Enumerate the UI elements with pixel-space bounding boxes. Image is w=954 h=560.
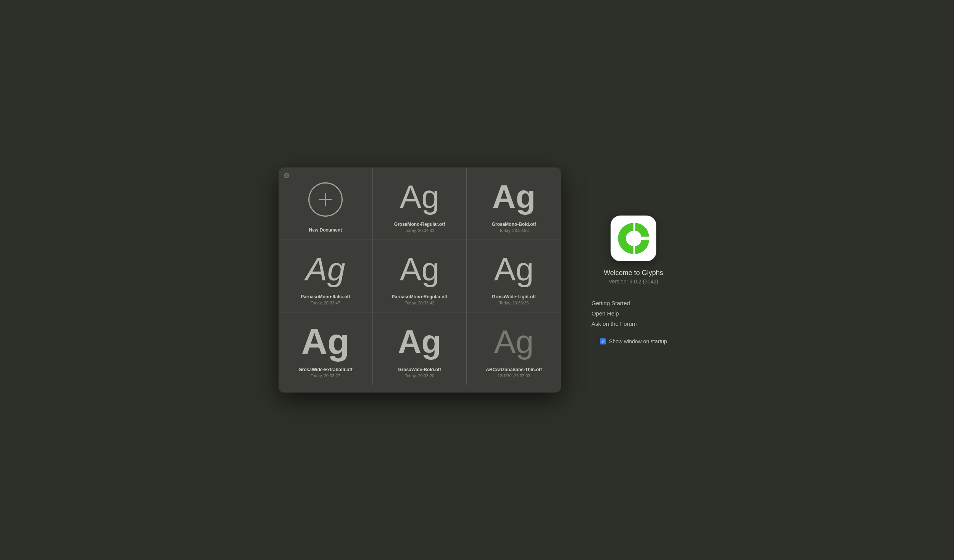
show-on-startup-checkbox[interactable]: ✓: [600, 338, 606, 344]
welcome-title: Welcome to Glyphs: [604, 269, 663, 277]
new-document-label: New Document: [309, 227, 342, 233]
checkmark-icon: ✓: [601, 339, 605, 344]
file-name: ParnasoMono-Italic.otf: [301, 294, 350, 299]
file-cell-grosa-wide-bold[interactable]: Ag GrosaWide-Bold.otf Today, 20:33:20: [373, 312, 467, 385]
recent-files-grid: New Document Ag GrosaMono-Regular.otf To…: [279, 167, 561, 385]
ag-preview: Ag: [306, 253, 345, 285]
file-preview: Ag: [471, 175, 557, 218]
new-document-icon: [308, 182, 343, 217]
ag-preview: Ag: [398, 325, 441, 358]
file-preview: Ag: [377, 248, 463, 290]
new-document-cell[interactable]: New Document: [279, 167, 373, 240]
ag-preview: Ag: [301, 323, 350, 360]
file-name: GrosaWide-Light.otf: [492, 294, 536, 299]
welcome-dialog: New Document Ag GrosaMono-Regular.otf To…: [279, 167, 561, 393]
ag-preview: Ag: [492, 180, 535, 213]
file-name: GrosaWide-Bold.otf: [398, 367, 441, 372]
app-icon-proper: [611, 216, 656, 261]
ag-preview: Ag: [400, 180, 440, 213]
file-preview: Ag: [282, 248, 369, 290]
file-cell-grosa-wide-light[interactable]: Ag GrosaWide-Light.otf Today, 20:33:33: [467, 240, 561, 312]
ag-preview: Ag: [494, 325, 534, 358]
file-preview: Ag: [471, 248, 557, 290]
ask-forum-link[interactable]: Ask on the Forum: [591, 320, 675, 327]
file-date: Today, 20:33:33: [499, 301, 529, 305]
file-cell-abc-arizona-sans-thin[interactable]: Ag ABCArizonaSans-Thin.otf 12/1/20, 21:3…: [467, 312, 561, 385]
file-name: GrosaWide-Extrabold.otf: [298, 367, 352, 372]
open-help-link[interactable]: Open Help: [591, 310, 675, 317]
file-date: 12/1/20, 21:37:03: [498, 373, 530, 378]
file-preview: Ag: [282, 320, 369, 363]
ag-preview: Ag: [400, 253, 440, 285]
file-preview: Ag: [377, 175, 463, 218]
file-name: GrosaMono-Bold.otf: [492, 222, 536, 227]
file-name: ABCArizonaSans-Thin.otf: [486, 367, 542, 372]
screen-center: New Document Ag GrosaMono-Regular.otf To…: [279, 167, 675, 393]
file-date: Today, 20:33:27: [311, 373, 340, 378]
file-name: ParnasoMono-Regular.otf: [392, 294, 447, 299]
file-date: Today, 20:33:42: [405, 301, 434, 305]
file-cell-parnaso-mono-italic[interactable]: Ag ParnasoMono-Italic.otf Today, 20:33:4…: [279, 240, 373, 312]
show-on-startup-label[interactable]: Show window on startup: [609, 338, 667, 344]
file-date: Today, 20:33:20: [405, 373, 434, 378]
file-preview: Ag: [471, 320, 557, 363]
new-document-preview: [282, 175, 369, 224]
file-preview: Ag: [377, 320, 463, 363]
right-panel: Welcome to Glyphs Version: 3.0.2 (3042) …: [591, 216, 675, 344]
show-on-startup-row[interactable]: ✓ Show window on startup: [600, 338, 667, 344]
file-cell-grosa-mono-regular[interactable]: Ag GrosaMono-Regular.otf Today, 20:34:01: [373, 167, 467, 240]
file-date: Today, 20:33:47: [311, 301, 340, 305]
file-date: Today, 20:34:01: [405, 228, 434, 233]
file-name: GrosaMono-Regular.otf: [394, 222, 445, 227]
file-cell-grosa-mono-bold[interactable]: Ag GrosaMono-Bold.otf Today, 20:33:56: [467, 167, 561, 240]
file-date: Today, 20:33:56: [499, 228, 529, 233]
file-cell-grosa-wide-extrabold[interactable]: Ag GrosaWide-Extrabold.otf Today, 20:33:…: [279, 312, 373, 385]
links-section: Getting Started Open Help Ask on the For…: [591, 300, 675, 327]
file-cell-parnaso-mono-regular[interactable]: Ag ParnasoMono-Regular.otf Today, 20:33:…: [373, 240, 467, 312]
version-text: Version: 3.0.2 (3042): [609, 278, 658, 285]
getting-started-link[interactable]: Getting Started: [591, 300, 675, 306]
ag-preview: Ag: [494, 253, 534, 285]
